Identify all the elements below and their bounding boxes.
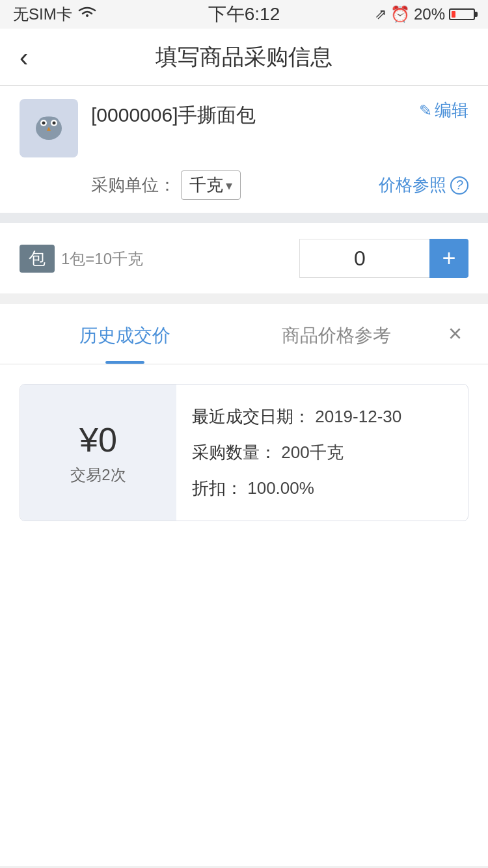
battery-icon [449, 8, 475, 20]
discount-value: 100.00% [247, 478, 314, 498]
unit-value: 千克 [189, 174, 223, 197]
tabs-section: 历史成交价 商品价格参考 × ¥0 交易2次 最近成交日期： 2019-12-3… [0, 304, 488, 866]
quantity-input[interactable] [299, 239, 429, 278]
trade-count: 交易2次 [70, 465, 126, 485]
purchase-qty-row: 采购数量： 200千克 [192, 440, 452, 465]
status-left: 无SIM卡 [13, 4, 97, 25]
discount-label: 折扣： [192, 478, 243, 498]
product-info: [0000006]手撕面包 [20, 99, 256, 157]
recent-date-value: 2019-12-30 [315, 407, 401, 426]
svg-point-6 [53, 121, 56, 124]
tab-history-price[interactable]: 历史成交价 [20, 304, 230, 364]
unit-conversion: 1包=10千克 [61, 249, 143, 269]
history-content: ¥0 交易2次 最近成交日期： 2019-12-30 采购数量： 200千克 折… [0, 364, 488, 541]
recent-date-row: 最近成交日期： 2019-12-30 [192, 404, 452, 429]
status-bar: 无SIM卡 下午6:12 ⇗ ⏰ 20% [0, 0, 488, 29]
unit-dropdown-icon: ▾ [226, 178, 232, 193]
tabs-header: 历史成交价 商品价格参考 × [0, 304, 488, 364]
discount-row: 折扣： 100.00% [192, 476, 452, 501]
price-ref-label: 价格参照 [379, 174, 446, 197]
price-reference-button[interactable]: 价格参照 ? [379, 174, 468, 197]
unit-info: 包 1包=10千克 [20, 245, 143, 273]
quantity-row: 包 1包=10千克 + [0, 223, 488, 293]
tab-price-reference[interactable]: 商品价格参考 [230, 304, 441, 364]
unit-label: 采购单位： [91, 174, 176, 197]
status-right: ⇗ ⏰ 20% [375, 5, 475, 23]
section-divider [0, 213, 488, 223]
product-name: [0000006]手撕面包 [91, 99, 256, 129]
history-price: ¥0 [79, 420, 117, 459]
owl-icon [29, 106, 68, 151]
tab-history-label: 历史成交价 [79, 325, 170, 346]
product-card: [0000006]手撕面包 ✎ 编辑 采购单位： 千克 ▾ 价格参照 ? [0, 86, 488, 213]
edit-button[interactable]: ✎ 编辑 [419, 99, 468, 122]
unit-select[interactable]: 千克 ▾ [181, 170, 241, 200]
recent-date-label: 最近成交日期： [192, 407, 310, 426]
edit-label: 编辑 [435, 99, 468, 122]
quantity-control: + [299, 239, 468, 278]
history-details-right: 最近成交日期： 2019-12-30 采购数量： 200千克 折扣： 100.0… [176, 385, 468, 521]
product-header: [0000006]手撕面包 ✎ 编辑 [20, 99, 468, 157]
empty-content-area [0, 541, 488, 866]
svg-point-5 [42, 121, 46, 124]
product-unit-row: 采购单位： 千克 ▾ 价格参照 ? [91, 170, 468, 200]
location-icon: ⇗ [375, 6, 386, 23]
quantity-plus-button[interactable]: + [429, 239, 468, 278]
nav-bar: ‹ 填写商品采购信息 [0, 29, 488, 86]
history-price-left: ¥0 交易2次 [20, 385, 176, 521]
product-thumbnail [20, 99, 78, 157]
unit-box: 包 [20, 245, 55, 273]
alarm-icon: ⏰ [390, 5, 410, 23]
tab-price-ref-label: 商品价格参考 [282, 325, 391, 346]
edit-icon: ✎ [419, 102, 432, 120]
purchase-qty-label: 采购数量： [192, 442, 277, 462]
wifi-icon [77, 5, 97, 23]
purchase-qty-value: 200千克 [281, 442, 343, 462]
status-time: 下午6:12 [208, 2, 280, 27]
signal-text: 无SIM卡 [13, 4, 72, 25]
history-card: ¥0 交易2次 最近成交日期： 2019-12-30 采购数量： 200千克 折… [20, 384, 468, 521]
tabs-close-button[interactable]: × [442, 307, 468, 360]
battery-pct: 20% [414, 5, 445, 23]
price-ref-info-icon: ? [450, 176, 468, 195]
back-button[interactable]: ‹ [20, 44, 28, 70]
page-title: 填写商品采购信息 [156, 42, 332, 72]
